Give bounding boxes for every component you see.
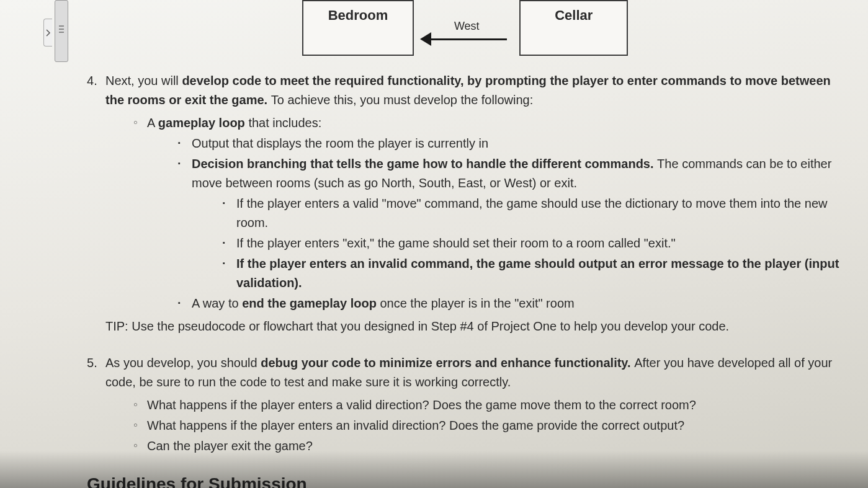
- arrow-label: West: [414, 20, 519, 33]
- scroll-handle[interactable]: [55, 0, 68, 62]
- expand-tab[interactable]: [43, 19, 52, 47]
- bullet-output: Output that displays the room the player…: [178, 134, 843, 153]
- document-page: Bedroom West Cellar Next, you will devel…: [0, 0, 868, 488]
- bullet-exit-cmd: If the player enters "exit," the game sh…: [223, 234, 843, 253]
- bullet-invalid-cmd: If the player enters an invalid command,…: [223, 254, 843, 293]
- bullet-q3: Can the player exit the game?: [133, 437, 843, 456]
- arrow-west: West: [414, 0, 519, 59]
- bullet-gameplay-loop: A gameplay loop that includes: Output th…: [133, 113, 843, 313]
- list-item-5: As you develop, you should debug your co…: [87, 353, 843, 456]
- room-box-cellar: Cellar: [519, 0, 628, 56]
- chevron-right-icon: [46, 29, 51, 37]
- list-item-4: Next, you will develop code to meet the …: [87, 71, 843, 336]
- bullet-branching: Decision branching that tells the game h…: [178, 154, 843, 293]
- room-box-bedroom: Bedroom: [302, 0, 414, 56]
- room-diagram: Bedroom West Cellar: [87, 0, 843, 59]
- guidelines-heading: Guidelines for Submission: [87, 474, 843, 488]
- bullet-q1: What happens if the player enters a vali…: [133, 396, 843, 415]
- tip-text: TIP: Use the pseudocode or flowchart tha…: [105, 317, 843, 336]
- bullet-q2: What happens if the player enters an inv…: [133, 416, 843, 435]
- instruction-list: Next, you will develop code to meet the …: [87, 71, 843, 456]
- bullet-valid-move: If the player enters a valid "move" comm…: [223, 194, 843, 233]
- bullet-end-loop: A way to end the gameplay loop once the …: [178, 294, 843, 313]
